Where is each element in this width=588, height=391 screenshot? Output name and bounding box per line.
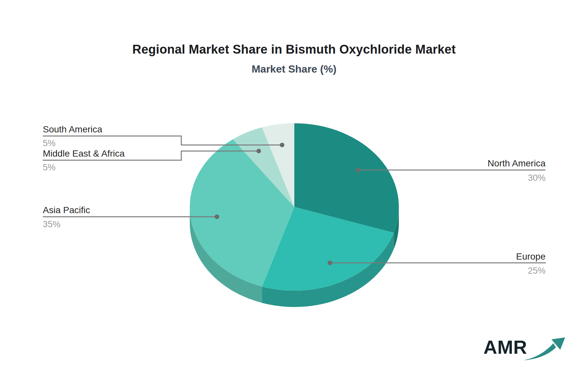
- leader-dot-0: [355, 168, 360, 172]
- leader-dot-2: [215, 214, 219, 219]
- value-asia-pacific: 35%: [43, 219, 60, 230]
- amr-logo: AMR: [483, 337, 546, 362]
- label-south-america: South America: [43, 124, 102, 135]
- amr-logo-text: AMR: [483, 337, 527, 358]
- label-middle-east-africa: Middle East & Africa: [43, 148, 125, 159]
- value-europe: 25%: [528, 265, 546, 276]
- leader-dot-1: [328, 261, 332, 265]
- value-middle-east-africa: 5%: [43, 162, 56, 173]
- growth-arrow-icon: [522, 337, 568, 362]
- pie-chart[interactable]: North America: 30%Europe: 25%Asia Pacifi…: [0, 0, 588, 391]
- label-asia-pacific: Asia Pacific: [43, 205, 90, 216]
- label-europe: Europe: [516, 251, 546, 262]
- value-north-america: 30%: [528, 172, 546, 183]
- chart-canvas: Regional Market Share in Bismuth Oxychlo…: [0, 0, 588, 391]
- value-south-america: 5%: [43, 138, 56, 149]
- leader-dot-3: [256, 149, 261, 153]
- label-north-america: North America: [488, 158, 546, 169]
- leader-dot-4: [280, 143, 285, 147]
